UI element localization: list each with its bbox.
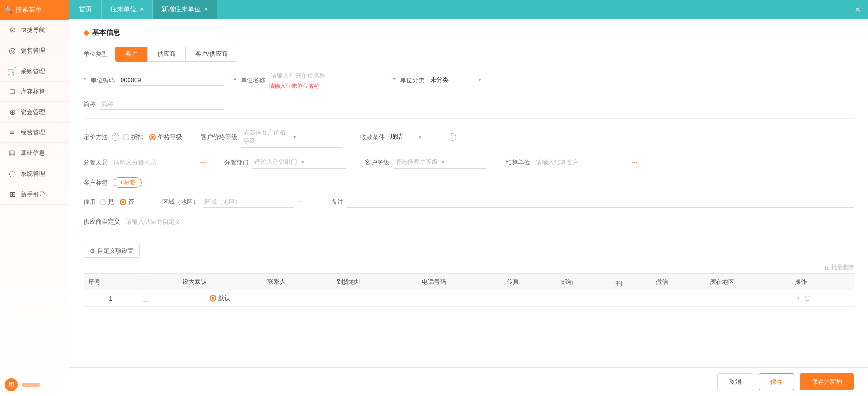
home-icon: ⊙ xyxy=(8,25,17,34)
department-group: 分管部门 请输入分管部门 ▼ xyxy=(224,156,346,169)
radio-price-level[interactable]: 价格等级 xyxy=(149,133,182,141)
window-close-btn[interactable]: ✕ xyxy=(847,0,868,19)
radio-discount-circle xyxy=(123,134,129,140)
supplier-custom-label: 供应商自定义 xyxy=(84,217,120,226)
sidebar-item-guide[interactable]: ⊞ 新手引导 xyxy=(0,184,69,205)
customer-level-group: 客户等级 请选择客户等级 ▼ xyxy=(365,156,487,169)
sidebar-item-finance[interactable]: ⊕ 资金管理 xyxy=(0,102,69,123)
sidebar-label-finance: 资金管理 xyxy=(21,108,45,116)
settlement-label: 结算单位 xyxy=(506,158,530,167)
form-content: ◈ 基本信息 单位类型 客户 供应商 客户/供应商 * 单位编码 * xyxy=(69,19,868,367)
unit-category-value: 未分类 xyxy=(430,76,475,84)
disabled-radio-group: 是 否 xyxy=(99,198,134,206)
sidebar-label-operations: 经营管理 xyxy=(21,128,45,137)
sidebar-item-quick-nav[interactable]: ⊙ 快捷导航 xyxy=(0,20,69,40)
delete-row-icon[interactable]: 🗑 xyxy=(804,294,811,303)
region-group: 区域（地区） ··· xyxy=(162,196,303,208)
section-icon: ◈ xyxy=(84,28,89,37)
type-btn-customer[interactable]: 客户 xyxy=(115,47,147,62)
department-select[interactable]: 请输入分管部门 ▼ xyxy=(252,156,346,169)
radio-dot xyxy=(151,136,154,139)
remark-label: 备注 xyxy=(331,198,343,206)
sidebar-item-inventory[interactable]: □ 库存核算 xyxy=(0,82,69,102)
supplier-custom-input[interactable] xyxy=(124,216,252,227)
radio-yes[interactable]: 是 xyxy=(99,198,114,206)
col-action: 操作 xyxy=(790,274,854,290)
short-name-label: 简称 xyxy=(84,100,96,109)
payment-terms-value: 现结 xyxy=(390,132,416,141)
sidebar-item-purchase[interactable]: 🛒 采购管理 xyxy=(0,61,69,82)
customer-price-label: 客户价格等级 xyxy=(201,133,237,141)
radio-price-level-label: 价格等级 xyxy=(158,133,182,141)
customer-level-select[interactable]: 请选择客户等级 ▼ xyxy=(393,156,487,169)
add-tag-btn[interactable]: + 标签 xyxy=(114,177,142,188)
unit-category-select[interactable]: 未分类 ▼ xyxy=(428,74,525,86)
short-name-row: 简称 xyxy=(84,99,854,110)
cancel-button[interactable]: 取消 xyxy=(717,373,753,390)
sidebar-item-system[interactable]: ◌ 系统管理 xyxy=(0,163,69,184)
sidebar-item-operations[interactable]: ≡ 经营管理 xyxy=(0,123,69,143)
divider-1 xyxy=(84,118,854,119)
radio-yes-circle xyxy=(99,199,106,205)
manager-dots-icon[interactable]: ··· xyxy=(200,159,206,166)
col-address: 到货地址 xyxy=(332,274,417,290)
sidebar-label-sales: 销售管理 xyxy=(21,47,45,55)
close-tab-new-partner-icon[interactable]: ✕ xyxy=(204,6,208,13)
row-region xyxy=(705,290,790,307)
customer-price-select[interactable]: 请选择客户价格等级 ▼ xyxy=(241,126,342,148)
sidebar-item-sales[interactable]: ◎ 销售管理 xyxy=(0,40,69,61)
pricing-help-icon[interactable]: ? xyxy=(112,133,119,141)
select-all-checkbox[interactable] xyxy=(143,279,149,285)
settlement-dots-icon[interactable]: ··· xyxy=(632,159,637,166)
short-name-group: 简称 xyxy=(84,99,224,110)
region-input[interactable] xyxy=(203,196,294,208)
inventory-icon: □ xyxy=(8,87,17,96)
row-address xyxy=(332,290,417,307)
search-menu-btn[interactable]: 🔍 搜索菜单 xyxy=(0,0,69,20)
remark-input[interactable] xyxy=(347,196,854,208)
payment-help-icon[interactable]: ? xyxy=(449,133,456,141)
region-dots-icon[interactable]: ··· xyxy=(297,198,303,206)
short-name-input[interactable] xyxy=(99,99,224,110)
save-button[interactable]: 保存 xyxy=(759,373,794,390)
manager-input[interactable] xyxy=(112,157,196,168)
radio-no[interactable]: 否 xyxy=(120,198,134,206)
disabled-label: 停用 xyxy=(84,198,96,206)
tab-new-partner[interactable]: 新增往来单位 ✕ xyxy=(153,0,217,19)
row-select-checkbox[interactable] xyxy=(143,295,149,302)
tab-partner[interactable]: 往来单位 ✕ xyxy=(102,0,153,19)
batch-delete-label[interactable]: 批量删除 xyxy=(831,264,854,272)
divider-2 xyxy=(84,236,854,236)
sidebar-label-purchase: 采购管理 xyxy=(21,67,45,76)
default-radio[interactable]: 默认 xyxy=(183,294,258,303)
radio-yes-label: 是 xyxy=(108,198,114,206)
type-btn-supplier[interactable]: 供应商 xyxy=(147,47,185,62)
radio-no-dot xyxy=(122,201,124,203)
save-new-button[interactable]: 保存并新增 xyxy=(800,373,854,390)
disabled-row: 停用 是 否 区域（地区） ··· xyxy=(84,196,854,208)
row-qq xyxy=(610,290,651,307)
close-tab-partner-icon[interactable]: ✕ xyxy=(139,6,144,13)
unit-code-input[interactable] xyxy=(119,75,224,86)
default-radio-circle xyxy=(210,295,216,302)
pricing-method-label: 定价方法 xyxy=(84,133,108,141)
col-check xyxy=(138,274,178,290)
required-star-category: * xyxy=(393,77,396,84)
customize-settings-btn[interactable]: ⚙ 自定义项设置 xyxy=(84,244,140,258)
payment-terms-select[interactable]: 现结 ▼ xyxy=(388,131,445,143)
customer-level-label: 客户等级 xyxy=(365,158,389,167)
row-actions: ＋ 🗑 xyxy=(790,290,854,307)
tab-home[interactable]: 首页 xyxy=(69,0,102,19)
settlement-input[interactable] xyxy=(534,157,628,168)
radio-discount[interactable]: 折扣 xyxy=(123,133,144,141)
basic-info-icon: ▦ xyxy=(8,148,17,157)
batch-delete-icon: ⊞ xyxy=(825,264,830,271)
required-star-name: * xyxy=(234,77,236,84)
unit-name-input[interactable] xyxy=(269,70,384,81)
row-index: 1 xyxy=(84,290,138,307)
sidebar-item-basic-info[interactable]: ▦ 基础信息 xyxy=(0,143,69,163)
type-btn-both[interactable]: 客户/供应商 xyxy=(185,47,237,62)
manager-row: 分管人员 ··· 分管部门 请输入分管部门 ▼ 客户等级 请选择客户等级 ▼ 结… xyxy=(84,156,854,169)
col-fax: 传真 xyxy=(502,274,556,290)
add-row-icon[interactable]: ＋ xyxy=(795,294,801,303)
